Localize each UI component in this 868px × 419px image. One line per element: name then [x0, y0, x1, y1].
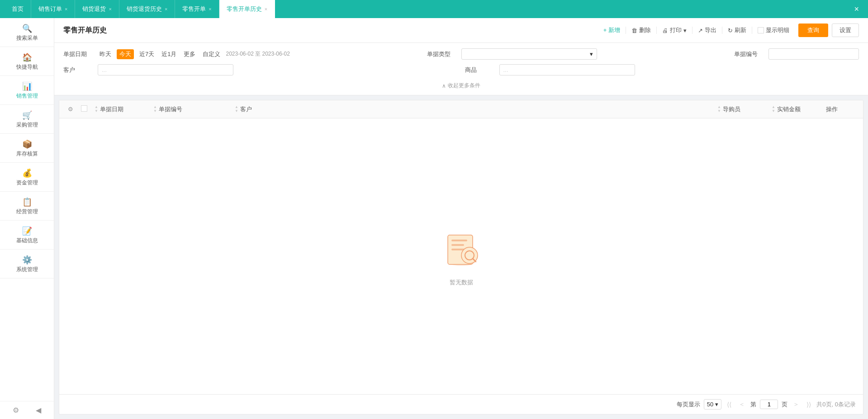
tab-sales-return-close[interactable]: × [109, 6, 111, 12]
tab-home[interactable]: 首页 [5, 0, 31, 18]
col-header-customer[interactable]: ▲ ▼ 客户 [231, 105, 714, 113]
date-opt-last1month[interactable]: 近1月 [160, 49, 178, 59]
col-action-label: 操作 [826, 105, 838, 113]
sidebar-item-quick-nav[interactable]: 🏠 快捷导航 [0, 47, 54, 76]
toolbar-divider-2 [656, 27, 657, 34]
display-toggle[interactable]: 显示明细 [758, 26, 789, 34]
date-label: 单据日期 [63, 50, 90, 58]
print-dropdown-icon: ▾ [683, 27, 687, 34]
collapse-label: 收起更多条件 [448, 82, 480, 89]
doc-no-input[interactable] [768, 48, 859, 60]
col-header-amount[interactable]: ▲ ▼ 实销金额 [768, 105, 822, 113]
date-opt-yesterday[interactable]: 昨天 [98, 49, 113, 59]
table-settings-icon[interactable]: ⚙ [64, 106, 77, 113]
tab-retail-open-history[interactable]: 零售开单历史 × [219, 0, 275, 18]
nav-close-all[interactable]: × [849, 5, 863, 14]
col-header-guide[interactable]: ▲ ▼ 导购员 [714, 105, 768, 113]
toolbar-divider-5 [752, 27, 752, 34]
sidebar-item-sales-mgmt-label: 销售管理 [16, 92, 38, 100]
tab-sales-order-label: 销售订单 [38, 5, 62, 13]
delete-button[interactable]: 🗑 删除 [631, 26, 651, 34]
export-label: 导出 [705, 26, 716, 34]
total-info: 共0页, 0条记录 [816, 400, 856, 409]
display-label: 显示明细 [766, 26, 789, 34]
select-all-checkbox[interactable] [81, 105, 87, 112]
page-input[interactable]: 1 [760, 400, 778, 409]
collapse-bottom-btn[interactable]: ◀ [36, 406, 41, 414]
next-page-btn[interactable]: ＞ [791, 400, 801, 410]
tab-sales-return[interactable]: 销货退货 × [75, 0, 119, 18]
filter-row-2: 客户 ... 商品 ... [63, 64, 859, 75]
collapse-up-icon: ∧ [442, 83, 446, 89]
tab-home-label: 首页 [12, 5, 24, 13]
col-amount-label: 实销金额 [777, 105, 801, 113]
svg-rect-3 [451, 244, 464, 246]
sidebar-item-business[interactable]: 📋 经营管理 [0, 192, 54, 221]
purchase-icon: 🛒 [22, 111, 32, 119]
sidebar-search[interactable]: 🔍 搜索采单 [0, 18, 54, 47]
prev-page-btn[interactable]: ＜ [737, 400, 747, 410]
sidebar-item-inventory-label: 库存核算 [16, 150, 38, 158]
add-button[interactable]: + 新增 [603, 26, 620, 34]
doc-no-label: 单据编号 [734, 50, 761, 58]
col-header-date[interactable]: ▲ ▼ 单据日期 [91, 105, 150, 113]
pagination: 每页显示 50 ▾ ⟨⟨ ＜ 第 1 页 ＞ ⟩⟩ 共0页, 0条记录 [59, 394, 863, 414]
print-button[interactable]: 🖨 打印 ▾ [662, 26, 687, 34]
sidebar-item-purchase-mgmt[interactable]: 🛒 采购管理 [0, 105, 54, 134]
table-select-all[interactable] [77, 105, 91, 113]
sidebar-item-sys-mgmt-label: 系统管理 [16, 266, 38, 273]
inventory-icon: 📦 [22, 140, 32, 148]
doc-type-label: 单据类型 [427, 50, 454, 58]
page-size-dropdown-icon: ▾ [715, 401, 718, 408]
tab-sales-return-history-close[interactable]: × [165, 6, 167, 12]
sidebar-item-sales-mgmt[interactable]: 📊 销售管理 [0, 76, 54, 105]
sort-guide[interactable]: ▲ ▼ [717, 105, 721, 113]
doc-type-select[interactable]: ▾ [461, 48, 597, 60]
sidebar-item-inventory[interactable]: 📦 库存核算 [0, 134, 54, 163]
page-size-select[interactable]: 50 ▾ [704, 399, 721, 410]
date-opt-today[interactable]: 今天 [117, 49, 134, 59]
sort-amount[interactable]: ▲ ▼ [772, 105, 775, 113]
print-icon: 🖨 [662, 27, 668, 34]
tab-retail-open-close[interactable]: × [209, 6, 211, 12]
tab-sales-return-history[interactable]: 销货退货历史 × [119, 0, 175, 18]
col-header-action: 操作 [822, 105, 859, 113]
first-page-btn[interactable]: ⟨⟨ [725, 400, 733, 409]
collapse-button[interactable]: ∧ 收起更多条件 [63, 80, 859, 91]
export-button[interactable]: ↗ 导出 [698, 26, 716, 34]
toolbar: + 新增 🗑 删除 🖨 打印 ▾ ↗ 导出 [603, 24, 859, 37]
sort-customer[interactable]: ▲ ▼ [235, 105, 238, 113]
goods-select[interactable]: ... [499, 64, 635, 75]
col-order-label: 单据编号 [159, 105, 182, 113]
page-size-value: 50 [707, 401, 713, 408]
tab-retail-open[interactable]: 零售开单 × [175, 0, 219, 18]
settings-bottom-btn[interactable]: ⚙ [13, 406, 19, 414]
customer-placeholder: ... [102, 66, 107, 73]
sidebar-item-sys-mgmt[interactable]: ⚙️ 系统管理 [0, 250, 54, 278]
sidebar-bottom: ⚙ ◀ [0, 401, 54, 419]
export-icon: ↗ [698, 27, 703, 34]
sidebar-item-basic-info[interactable]: 📝 基础信息 [0, 221, 54, 250]
date-opt-last7[interactable]: 近7天 [138, 49, 156, 59]
settings-button[interactable]: 设置 [832, 24, 859, 37]
refresh-button[interactable]: ↻ 刷新 [728, 26, 746, 34]
display-checkbox[interactable] [758, 27, 764, 33]
tab-retail-open-history-close[interactable]: × [265, 6, 267, 12]
tab-sales-order-close[interactable]: × [65, 6, 67, 12]
sidebar-item-quick-nav-label: 快捷导航 [16, 63, 38, 71]
customer-select[interactable]: ... [98, 64, 233, 75]
sort-order[interactable]: ▲ ▼ [153, 105, 157, 113]
tab-sales-order[interactable]: 销售订单 × [31, 0, 75, 18]
query-button[interactable]: 查询 [798, 24, 828, 37]
sys-icon: ⚙️ [22, 256, 32, 264]
col-header-order[interactable]: ▲ ▼ 单据编号 [150, 105, 231, 113]
sales-icon: 📊 [22, 82, 32, 90]
sidebar-item-finance[interactable]: 💰 资金管理 [0, 163, 54, 192]
last-page-btn[interactable]: ⟩⟩ [805, 400, 813, 409]
refresh-icon: ↻ [728, 27, 733, 34]
date-opt-more[interactable]: 更多 [182, 49, 197, 59]
sort-date[interactable]: ▲ ▼ [95, 105, 98, 113]
sidebar: 🔍 搜索采单 🏠 快捷导航 📊 销售管理 🛒 采购管理 📦 库存核算 💰 资金管… [0, 18, 54, 419]
date-opt-custom[interactable]: 自定义 [201, 49, 222, 59]
doc-no-field[interactable] [773, 51, 855, 57]
